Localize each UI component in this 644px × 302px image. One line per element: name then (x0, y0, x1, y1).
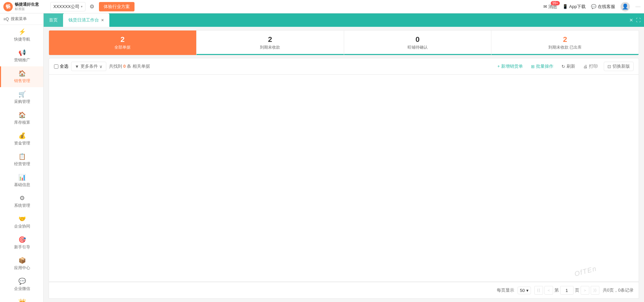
service-label: 在线客服 (598, 4, 615, 10)
company-selector[interactable]: XXXXXX公司 ▾ (50, 2, 86, 11)
page-size-prefix: 每页显示 (497, 287, 514, 293)
next-page-btn[interactable]: ＞ (581, 286, 589, 295)
sidebar-item-app-center[interactable]: 📦 应用中心 (0, 253, 43, 274)
tab-workbench[interactable]: 钱货日清工作台 ✕ (63, 13, 109, 27)
page-suffix: 页 (575, 287, 579, 293)
guide-icon: 🎯 (18, 236, 26, 243)
cooperation-icon: 🤝 (18, 215, 26, 223)
sidebar-item-member[interactable]: 👑 畅会员 (0, 295, 43, 302)
sidebar-item-purchase[interactable]: 🛒 采购管理 (0, 87, 43, 108)
avatar-icon: 👤 (622, 3, 629, 10)
sidebar: ≡Q 搜索菜单 ⚡ 快捷导航 📢 营销推广 🏠 销售管理 🛒 采购管理 🏠 库存… (0, 13, 44, 302)
sidebar-item-basic-info[interactable]: 📊 基础信息 (0, 170, 43, 191)
table-area (49, 75, 639, 282)
toolbar-left: 全选 ▼ 更多条件 ∨ 共找到 0 条 相关单据 (54, 62, 492, 71)
sidebar-label-cooperation: 企业协同 (14, 224, 30, 229)
stat-overdue[interactable]: 2 到期未收款 (197, 31, 344, 55)
sidebar-item-marketing[interactable]: 📢 营销推广 (0, 46, 43, 66)
toolbar-right: + 新增销货单 ⊞ 批量操作 ↻ 刷新 🖨 打印 ⊡ (495, 62, 634, 71)
sidebar-item-finance[interactable]: 💰 资金管理 (0, 129, 43, 149)
select-all-checkbox[interactable]: 全选 (54, 63, 68, 69)
stat-pending-number: 0 (351, 35, 485, 44)
sidebar-label-marketing: 营销推广 (14, 57, 30, 63)
stat-pending[interactable]: 0 旺铺待确认 (344, 31, 492, 55)
avatar[interactable]: 👤 (621, 2, 630, 11)
sidebar-item-sales[interactable]: 🏠 销售管理 (0, 66, 43, 87)
refresh-button[interactable]: ↻ 刷新 (559, 62, 577, 71)
sidebar-label-system: 系统管理 (14, 203, 30, 208)
basic-info-icon: 📊 (18, 174, 26, 181)
print-button[interactable]: 🖨 打印 (581, 62, 600, 71)
sidebar-item-operation[interactable]: 📋 经营管理 (0, 149, 43, 170)
stat-all[interactable]: 2 全部单据 (49, 31, 197, 55)
sidebar-item-wechat[interactable]: 💬 企业微信 (0, 274, 43, 295)
add-order-label: + 新增销货单 (497, 63, 523, 69)
marketing-icon: 📢 (18, 49, 26, 56)
refresh-icon: ↻ (561, 64, 565, 69)
page-size-value: 50 (520, 288, 525, 293)
select-all-label: 全选 (60, 63, 68, 69)
sidebar-label-wechat: 企业微信 (14, 286, 30, 292)
message-btn[interactable]: ✉ 消息 99+ (543, 4, 557, 10)
app-download-btn[interactable]: 📱 App下载 (562, 4, 586, 10)
stat-unshipped-label: 到期未收款 已出库 (498, 45, 632, 50)
finance-icon: 💰 (18, 132, 26, 139)
stat-unshipped[interactable]: 2 到期未收款 已出库 (491, 31, 639, 55)
company-name: XXXXXX公司 (53, 4, 79, 10)
search-icon: ≡Q (3, 17, 9, 21)
sidebar-item-inventory[interactable]: 🏠 库存核算 (0, 108, 43, 129)
last-page-btn[interactable]: ⟩⟩ (591, 286, 599, 295)
tab-home[interactable]: 首页 (44, 13, 63, 27)
sidebar-label-quick-nav: 快捷导航 (14, 37, 30, 42)
sidebar-item-quick-nav[interactable]: ⚡ 快捷导航 (0, 25, 43, 46)
first-page-btn[interactable]: ⟨⟨ (534, 286, 543, 295)
sidebar-item-guide[interactable]: 🎯 新手引导 (0, 233, 43, 253)
print-icon: 🖨 (583, 64, 588, 69)
print-label: 打印 (589, 63, 598, 69)
stat-all-label: 全部单据 (56, 45, 190, 50)
batch-operation-button[interactable]: ⊞ 批量操作 (529, 62, 555, 71)
tab-close-icon[interactable]: ✕ (101, 18, 104, 22)
stat-overdue-number: 2 (203, 35, 337, 44)
found-text: 共找到 0 条 相关单据 (109, 63, 150, 69)
online-service-btn[interactable]: 💬 在线客服 (591, 4, 615, 10)
switch-icon: ⊡ (607, 64, 611, 69)
sidebar-label-guide: 新手引导 (14, 244, 30, 250)
select-all-input[interactable] (54, 64, 58, 69)
avatar-name[interactable] (635, 6, 641, 7)
logo-area: 畅 畅捷通好生意 标准版 (3, 2, 47, 11)
tab-expand-icon[interactable]: ⛶ (636, 17, 641, 23)
content-area: 首页 钱货日清工作台 ✕ ✕ ⛶ 2 全部单据 2 (44, 13, 644, 302)
experience-btn[interactable]: 体验行业方案 (99, 2, 135, 11)
top-header: 畅 畅捷通好生意 标准版 XXXXXX公司 ▾ ⚙ 体验行业方案 ✉ 消息 99… (0, 0, 644, 13)
logo-main: 畅捷通好生意 (15, 2, 39, 7)
settings-icon[interactable]: ⚙ (88, 2, 96, 11)
tab-home-label: 首页 (49, 17, 58, 23)
stat-overdue-label: 到期未收款 (203, 45, 337, 50)
page-size-select[interactable]: 50 ▾ (518, 287, 531, 294)
member-icon: 👑 (18, 298, 26, 302)
switch-version-button[interactable]: ⊡ 切换新版 (604, 62, 634, 71)
quick-nav-icon: ⚡ (18, 28, 26, 36)
page-input[interactable] (560, 286, 574, 295)
wechat-icon: 💬 (18, 278, 26, 285)
operation-icon: 📋 (18, 153, 26, 160)
header-right: ✉ 消息 99+ 📱 App下载 💬 在线客服 👤 (543, 2, 641, 11)
sidebar-search[interactable]: ≡Q 搜索菜单 (0, 13, 43, 25)
prev-page-btn[interactable]: ＜ (544, 286, 553, 295)
stat-all-number: 2 (56, 35, 190, 44)
found-count: 0 (123, 64, 126, 69)
sidebar-label-sales: 销售管理 (14, 78, 30, 84)
tab-close-window-icon[interactable]: ✕ (629, 17, 633, 23)
add-order-button[interactable]: + 新增销货单 (495, 62, 525, 71)
sidebar-label-basic-info: 基础信息 (14, 182, 30, 188)
stat-unshipped-number: 2 (498, 35, 632, 44)
sidebar-label-inventory: 库存核算 (14, 120, 30, 125)
page-prefix: 第 (554, 287, 559, 293)
sidebar-item-cooperation[interactable]: 🤝 企业协同 (0, 212, 43, 233)
sidebar-item-system[interactable]: ⚙ 系统管理 (0, 191, 43, 212)
message-badge: 99+ (551, 1, 560, 5)
app-center-icon: 📦 (18, 257, 26, 264)
sales-icon: 🏠 (18, 70, 26, 77)
filter-button[interactable]: ▼ 更多条件 ∨ (71, 62, 106, 71)
